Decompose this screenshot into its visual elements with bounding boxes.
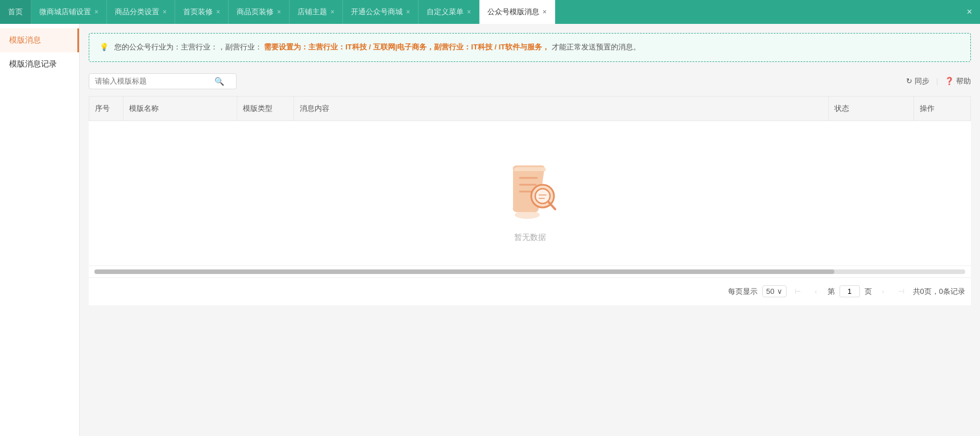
notice-icon: 💡	[100, 43, 109, 51]
sync-icon: ↻	[906, 77, 912, 85]
nav-tab-mall[interactable]: 开通公众号商城 ×	[343, 0, 419, 24]
nav-tab-category[interactable]: 商品分类设置 ×	[107, 0, 175, 24]
nav-tab-home[interactable]: 首页	[0, 0, 31, 24]
total-label: 共0页，0条记录	[913, 286, 965, 297]
page-input[interactable]	[840, 285, 860, 297]
notice-text-prefix: 您的公众号行业为：主营行业：，副营行业：	[114, 43, 262, 51]
data-table: 序号 模版名称 模版类型 消息内容 状态 操作	[89, 96, 971, 121]
nav-tab-mall-label: 开通公众号商城	[351, 7, 403, 17]
col-content: 消息内容	[294, 96, 829, 121]
sidebar-item-template-msg-label: 模版消息	[9, 35, 41, 44]
main-content: 💡 您的公众号行业为：主营行业：，副营行业： 需要设置为：主营行业：IT科技 /…	[80, 24, 980, 436]
nav-tab-product-decor-label: 商品页装修	[237, 7, 274, 17]
nav-tab-custom-menu[interactable]: 自定义菜单 ×	[419, 0, 479, 24]
empty-icon	[496, 155, 564, 223]
table-header-row: 序号 模版名称 模版类型 消息内容 状态 操作	[89, 96, 971, 121]
nav-tab-home-label: 首页	[8, 7, 23, 17]
sidebar-item-template-msg-record[interactable]: 模版消息记录	[0, 52, 79, 76]
page-prev-button[interactable]: ‹	[809, 285, 823, 298]
nav-tab-template-msg-label: 公众号模版消息	[487, 7, 539, 17]
col-type: 模版类型	[237, 96, 294, 121]
nav-tab-theme-close[interactable]: ×	[330, 8, 334, 16]
help-label: 帮助	[956, 77, 971, 85]
col-action: 操作	[914, 96, 971, 121]
close-all-button[interactable]: ×	[959, 7, 980, 17]
help-icon: ❓	[945, 77, 954, 85]
search-bar: 🔍 ↻ 同步 | ❓ 帮助	[89, 73, 971, 89]
nav-tab-category-label: 商品分类设置	[115, 7, 159, 17]
sidebar-item-template-msg-record-label: 模版消息记录	[9, 59, 57, 68]
empty-text: 暂无数据	[514, 232, 546, 243]
nav-tab-mall-close[interactable]: ×	[406, 8, 410, 16]
page-size-chevron: ∨	[777, 287, 783, 296]
nav-tab-product-decor[interactable]: 商品页装修 ×	[229, 0, 290, 24]
nav-tab-home-decor-close[interactable]: ×	[216, 8, 220, 16]
divider: |	[936, 77, 938, 85]
col-name: 模版名称	[123, 96, 237, 121]
page-next-button[interactable]: ›	[876, 285, 890, 298]
notice-text-suffix: 才能正常发送预置的消息。	[552, 43, 640, 51]
nav-tab-theme[interactable]: 店铺主题 ×	[290, 0, 343, 24]
scrollbar-row	[89, 265, 971, 277]
page-size-select[interactable]: 50 ∨	[762, 285, 786, 297]
search-icon[interactable]: 🔍	[214, 77, 224, 86]
sync-button[interactable]: ↻ 同步	[906, 76, 929, 86]
page-size-value: 50	[766, 287, 774, 296]
nav-tab-category-close[interactable]: ×	[163, 8, 167, 16]
notice-box: 💡 您的公众号行业为：主营行业：，副营行业： 需要设置为：主营行业：IT科技 /…	[89, 33, 971, 62]
nav-tab-template-msg[interactable]: 公众号模版消息 ×	[479, 0, 555, 24]
nav-tab-theme-label: 店铺主题	[297, 7, 327, 17]
search-input-wrap: 🔍	[89, 73, 237, 89]
page-label-before: 第	[828, 286, 835, 297]
nav-tab-custom-menu-close[interactable]: ×	[467, 8, 471, 16]
nav-tab-home-decor[interactable]: 首页装修 ×	[175, 0, 229, 24]
layout: 模版消息 模版消息记录 💡 您的公众号行业为：主营行业：，副营行业： 需要设置为…	[0, 24, 980, 436]
help-button[interactable]: ❓ 帮助	[945, 76, 971, 86]
notice-highlight: 需要设置为：主营行业：IT科技 / 互联网|电子商务，副营行业：IT科技 / I…	[264, 43, 549, 51]
nav-tab-custom-menu-label: 自定义菜单	[427, 7, 464, 17]
search-input[interactable]	[95, 77, 214, 85]
sync-label: 同步	[915, 77, 929, 85]
page-label-after: 页	[865, 286, 872, 297]
pagination: 每页显示 50 ∨ ⊢ ‹ 第 页 › ⊣ 共0页，0条记录	[89, 277, 971, 305]
page-first-button[interactable]: ⊢	[791, 285, 805, 298]
page-size-label: 每页显示	[728, 286, 758, 297]
empty-state: 暂无数据	[89, 121, 971, 265]
nav-tab-store-settings[interactable]: 微商城店铺设置 ×	[31, 0, 107, 24]
scrollbar-thumb	[94, 269, 834, 274]
col-status: 状态	[829, 96, 914, 121]
nav-tab-store-settings-close[interactable]: ×	[94, 8, 98, 16]
col-index: 序号	[89, 96, 123, 121]
nav-tab-product-decor-close[interactable]: ×	[277, 8, 281, 16]
top-nav: 首页 微商城店铺设置 × 商品分类设置 × 首页装修 × 商品页装修 × 店铺主…	[0, 0, 980, 24]
nav-tab-template-msg-close[interactable]: ×	[543, 8, 547, 16]
page-last-button[interactable]: ⊣	[895, 285, 908, 298]
nav-tab-store-settings-label: 微商城店铺设置	[39, 7, 91, 17]
search-actions: ↻ 同步 | ❓ 帮助	[906, 76, 971, 86]
nav-tab-home-decor-label: 首页装修	[183, 7, 213, 17]
scrollbar-track[interactable]	[94, 269, 965, 274]
sidebar: 模版消息 模版消息记录	[0, 24, 80, 436]
sidebar-item-template-msg[interactable]: 模版消息	[0, 28, 79, 52]
